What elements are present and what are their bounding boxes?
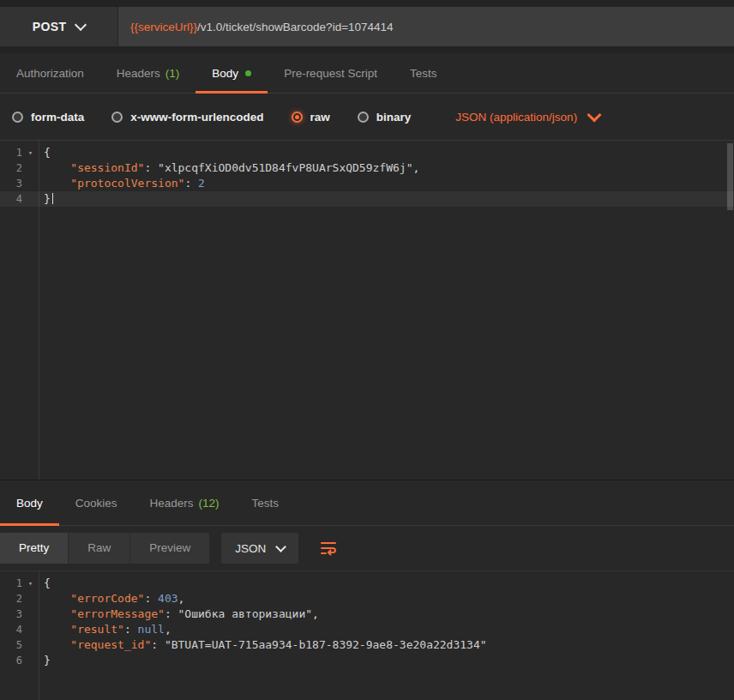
gutter-spacer xyxy=(22,606,39,622)
preview-button[interactable]: Preview xyxy=(130,533,209,564)
line-number: 3 xyxy=(0,606,22,622)
code-line-3[interactable]: 3 "errorMessage": "Ошибка авторизации", xyxy=(0,606,734,622)
tab-pre-request-script[interactable]: Pre-request Script xyxy=(268,53,394,93)
code-line-1[interactable]: 1▾{ xyxy=(0,576,734,591)
radio-label: form-data xyxy=(31,111,84,124)
url-variable: {{serviceUrl}} xyxy=(130,21,197,33)
pretty-button[interactable]: Pretty xyxy=(0,533,69,564)
gutter-spacer xyxy=(22,176,39,191)
body-type-row: form-data x-www-form-urlencoded raw bina… xyxy=(0,94,734,141)
radio-binary[interactable]: binary xyxy=(358,111,412,124)
content-type-select[interactable]: JSON (application/json) xyxy=(455,111,599,124)
wrap-lines-button[interactable] xyxy=(314,534,343,563)
line-number: 3 xyxy=(0,176,22,191)
code-line-6[interactable]: 6} xyxy=(0,653,734,668)
radio-raw[interactable]: raw xyxy=(292,111,330,124)
line-number: 6 xyxy=(0,653,22,668)
tab-authorization[interactable]: Authorization xyxy=(0,53,100,93)
response-section: Body Cookies Headers (12) Tests Pretty R… xyxy=(0,480,734,700)
fold-arrow-icon[interactable]: ▾ xyxy=(22,145,39,160)
tab-label: Cookies xyxy=(75,497,117,510)
content-type-label: JSON (application/json) xyxy=(455,111,577,124)
request-builder: POST {{serviceUrl}}/v1.0/ticket/showBarc… xyxy=(0,0,734,53)
headers-count-badge: (1) xyxy=(165,67,180,80)
api-client-window: POST {{serviceUrl}}/v1.0/ticket/showBarc… xyxy=(0,0,734,700)
gutter-spacer xyxy=(22,653,39,668)
code-text: "result": null, xyxy=(39,622,171,637)
line-number: 4 xyxy=(0,191,22,207)
tab-label: Headers xyxy=(117,67,160,80)
chevron-down-icon xyxy=(587,108,602,123)
method-selector[interactable]: POST xyxy=(0,7,118,46)
gutter-spacer xyxy=(22,191,39,207)
tab-headers[interactable]: Headers (1) xyxy=(100,53,196,93)
line-number: 2 xyxy=(0,160,22,176)
code-text: "errorCode": 403, xyxy=(39,591,184,606)
tab-label: Pre-request Script xyxy=(284,67,377,80)
view-mode-group: Pretty Raw Preview xyxy=(0,533,209,564)
line-number: 2 xyxy=(0,591,22,606)
fold-arrow-icon[interactable]: ▾ xyxy=(22,576,39,591)
code-line-2[interactable]: 2 "sessionId": "xlpcqfXiOD0dv51D84fvP8UA… xyxy=(0,160,734,176)
request-body-editor[interactable]: 1▾{2 "sessionId": "xlpcqfXiOD0dv51D84fvP… xyxy=(0,141,734,480)
tab-label: Headers xyxy=(150,497,194,510)
code-text: "request_id": "BTUAT=UAT-715aa934-b187-8… xyxy=(39,637,487,653)
format-label: JSON xyxy=(235,542,266,555)
tab-label: Body xyxy=(212,67,238,80)
code-line-4[interactable]: 4 "result": null, xyxy=(0,622,734,637)
tab-response-headers[interactable]: Headers (12) xyxy=(134,480,236,525)
format-select[interactable]: JSON xyxy=(221,533,298,564)
line-number: 4 xyxy=(0,622,22,637)
code-line-1[interactable]: 1▾{ xyxy=(0,145,734,160)
text-cursor xyxy=(52,193,53,204)
url-path: /v1.0/ticket/showBarcode?id=1074414 xyxy=(197,21,394,33)
tab-response-body[interactable]: Body xyxy=(0,480,59,525)
wrap-lines-icon xyxy=(318,538,339,558)
code-text: } xyxy=(39,653,51,668)
tab-label: Body xyxy=(16,497,43,510)
tab-label: Tests xyxy=(410,67,437,80)
url-input[interactable]: {{serviceUrl}}/v1.0/ticket/showBarcode?i… xyxy=(118,7,734,46)
response-tabs: Body Cookies Headers (12) Tests xyxy=(0,480,734,526)
line-number: 5 xyxy=(0,637,22,653)
code-line-2[interactable]: 2 "errorCode": 403, xyxy=(0,591,734,606)
radio-icon xyxy=(12,112,23,123)
code-text: "errorMessage": "Ошибка авторизации", xyxy=(39,606,319,622)
code-line-3[interactable]: 3 "protocolVersion": 2 xyxy=(0,176,734,191)
raw-button[interactable]: Raw xyxy=(69,533,130,564)
radio-label: binary xyxy=(376,111,412,124)
radio-label: x-www-form-urlencoded xyxy=(130,111,263,124)
request-tabs: Authorization Headers (1) Body Pre-reque… xyxy=(0,53,734,94)
radio-label: raw xyxy=(310,111,330,124)
tab-tests[interactable]: Tests xyxy=(394,53,454,93)
radio-icon xyxy=(358,112,369,123)
radio-selected-icon xyxy=(292,112,303,123)
gutter-spacer xyxy=(22,637,39,653)
line-number: 1 xyxy=(0,576,22,591)
radio-x-www-form-urlencoded[interactable]: x-www-form-urlencoded xyxy=(111,111,263,124)
line-number: 1 xyxy=(0,145,22,160)
tab-label: Authorization xyxy=(16,67,84,80)
code-text: "protocolVersion": 2 xyxy=(39,176,205,191)
chevron-down-icon xyxy=(75,19,87,31)
gutter-spacer xyxy=(22,591,39,606)
code-line-5[interactable]: 5 "request_id": "BTUAT=UAT-715aa934-b187… xyxy=(0,637,734,653)
headers-count-badge: (12) xyxy=(199,497,220,510)
chevron-down-icon xyxy=(275,541,286,552)
response-body-editor[interactable]: 1▾{2 "errorCode": 403,3 "errorMessage": … xyxy=(0,571,734,700)
radio-icon xyxy=(111,112,123,123)
code-line-4[interactable]: 4} xyxy=(0,191,734,207)
code-text: } xyxy=(39,191,53,207)
gutter-spacer xyxy=(22,622,39,637)
gutter-spacer xyxy=(22,160,39,176)
response-toolbar: Pretty Raw Preview JSON xyxy=(0,526,734,571)
code-text: { xyxy=(39,576,51,591)
tab-response-tests[interactable]: Tests xyxy=(236,480,296,525)
radio-form-data[interactable]: form-data xyxy=(12,111,84,124)
method-label: POST xyxy=(33,20,67,33)
tab-cookies[interactable]: Cookies xyxy=(59,480,134,525)
green-dot-icon xyxy=(245,70,251,76)
code-text: { xyxy=(39,145,51,160)
code-text: "sessionId": "xlpcqfXiOD0dv51D84fvP8UArS… xyxy=(39,160,419,176)
tab-body[interactable]: Body xyxy=(196,53,268,93)
